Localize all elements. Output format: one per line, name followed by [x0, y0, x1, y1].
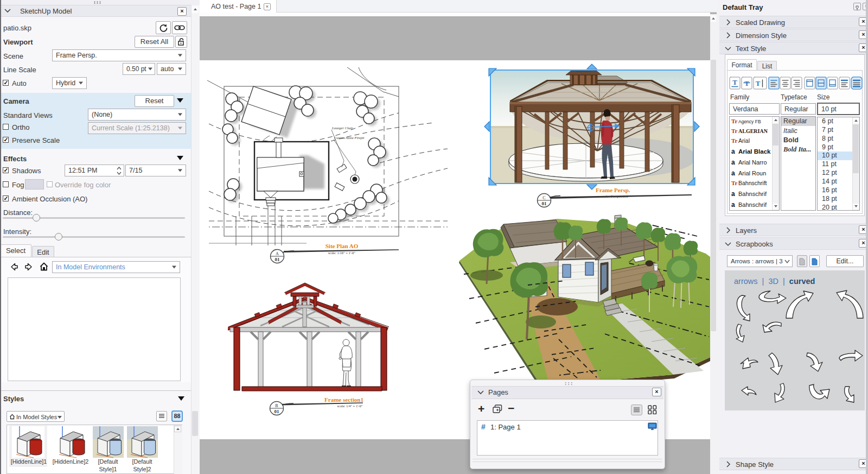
- svg-text:Arial: Arial: [738, 137, 750, 144]
- svg-text:T: T: [732, 78, 737, 86]
- svg-text:ALGERIAN: ALGERIAN: [738, 128, 768, 134]
- svg-text:Frame section1: Frame section1: [324, 396, 363, 403]
- svg-text:scale: 1/4" = 1'-0": scale: 1/4" = 1'-0": [337, 404, 363, 408]
- svg-text:a: a: [731, 190, 735, 198]
- svg-text:T: T: [756, 79, 761, 87]
- svg-text:Arial Narro: Arial Narro: [738, 159, 767, 166]
- svg-text:[Default: [Default: [98, 458, 118, 465]
- svg-text:Tr: Tr: [731, 180, 738, 186]
- svg-text:a: a: [731, 201, 735, 208]
- svg-text:Arial Black: Arial Black: [738, 148, 771, 155]
- svg-text:01: 01: [275, 409, 280, 414]
- svg-text:Style]1: Style]1: [99, 466, 117, 472]
- svg-text:Tr: Tr: [731, 118, 738, 124]
- svg-text:Bahnschrif: Bahnschrif: [738, 201, 767, 208]
- svg-text:A: A: [276, 251, 279, 256]
- svg-text:01: 01: [275, 257, 280, 262]
- svg-text:[HiddenLine]1: [HiddenLine]1: [11, 458, 47, 465]
- svg-text:a: a: [731, 148, 735, 155]
- svg-text:Arial Roun: Arial Roun: [738, 170, 766, 176]
- svg-text:Site Plan AO: Site Plan AO: [326, 243, 359, 249]
- svg-text:Agency FB: Agency FB: [738, 119, 761, 124]
- svg-text:a: a: [731, 169, 735, 177]
- svg-text:Style]2: Style]2: [133, 466, 151, 472]
- svg-text:B: B: [275, 403, 278, 408]
- svg-text:C: C: [542, 195, 545, 200]
- svg-text:[HiddenLine]2: [HiddenLine]2: [53, 458, 89, 465]
- svg-text:Lounger Chair: Lounger Chair: [331, 126, 353, 130]
- svg-text:01: 01: [542, 201, 547, 206]
- svg-text:Tr: Tr: [731, 137, 738, 144]
- svg-text:Tr: Tr: [731, 128, 738, 134]
- svg-text:Bahnschrift: Bahnschrift: [738, 180, 767, 186]
- svg-text:Custom Stone Firepit: Custom Stone Firepit: [334, 136, 365, 140]
- svg-text:a: a: [731, 159, 735, 166]
- svg-text:[Default: [Default: [132, 458, 152, 465]
- svg-text:T: T: [744, 79, 749, 87]
- svg-text:Bahnschrif: Bahnschrif: [738, 191, 767, 197]
